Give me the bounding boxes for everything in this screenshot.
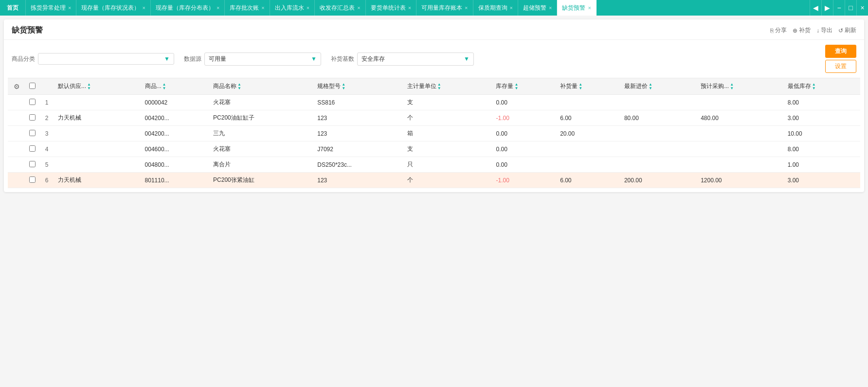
row-itemcode-5: 801110...: [141, 173, 209, 188]
query-button[interactable]: 查询: [825, 45, 856, 58]
refresh-button[interactable]: ↺ 刷新: [838, 26, 856, 35]
row-supplier-4: [54, 157, 141, 173]
replenish-button[interactable]: ⊕ 补货: [793, 26, 811, 35]
close-tab-order-stats[interactable]: ×: [408, 5, 411, 11]
row-select-5[interactable]: [29, 176, 36, 183]
tab-available-ledger[interactable]: 可用量库存账本 ×: [416, 0, 473, 16]
tab-inventory-dist[interactable]: 现存量（库存分布表） ×: [151, 0, 225, 16]
row-checkbox-1[interactable]: [25, 110, 39, 126]
row-select-4[interactable]: [29, 161, 36, 167]
row-latestprice-1: 80.00: [620, 110, 697, 126]
row-checkbox-2[interactable]: [25, 126, 39, 141]
tab-batch-account[interactable]: 库存批次账 ×: [225, 0, 270, 16]
datasource-dropdown-icon: ▼: [311, 55, 317, 62]
col-replenishqty-header[interactable]: 补货量 ▲▼: [556, 78, 620, 95]
row-itemname-0: 火花塞: [209, 95, 313, 110]
row-latestprice-0: [620, 95, 697, 110]
tab-shortage[interactable]: 缺货预警 ×: [557, 0, 596, 16]
close-tab-receipt-summary[interactable]: ×: [357, 5, 360, 11]
row-latestprice-3: [620, 141, 697, 157]
row-unit-0: 支: [403, 95, 492, 110]
col-rownum-header: [39, 78, 54, 95]
tab-scroll-right[interactable]: ▶: [821, 0, 833, 16]
row-num-5: 6: [39, 173, 54, 188]
row-gear-2: [8, 126, 25, 141]
row-checkbox-4[interactable]: [25, 157, 39, 173]
close-tab-expiry-query[interactable]: ×: [510, 5, 513, 11]
table-body: 1 0000042 火花塞 SS816 支 0.00 8.00 2 力天机械 0…: [8, 95, 860, 188]
category-select[interactable]: ▼: [38, 53, 174, 65]
col-estpurchase-header[interactable]: 预计采购... ▲▼: [697, 78, 784, 95]
row-itemname-4: 离合片: [209, 157, 313, 173]
row-spec-4: DS250*23c...: [313, 157, 403, 173]
tab-expiry-query[interactable]: 保质期查询 ×: [473, 0, 518, 16]
tab-close-window[interactable]: ×: [856, 0, 868, 16]
col-itemcode-header[interactable]: 商品... ▲▼: [141, 78, 209, 95]
row-checkbox-5[interactable]: [25, 173, 39, 188]
tab-order-stats[interactable]: 要货单统计表 ×: [366, 0, 416, 16]
row-unit-1: 个: [403, 110, 492, 126]
close-tab-batch-account[interactable]: ×: [261, 5, 264, 11]
close-tab-overstock[interactable]: ×: [549, 5, 552, 11]
share-button[interactable]: ⎘ 分享: [770, 26, 787, 35]
row-checkbox-3[interactable]: [25, 141, 39, 157]
tab-overstock[interactable]: 超储预警 ×: [518, 0, 557, 16]
row-select-1[interactable]: [29, 114, 36, 121]
col-minstock-header[interactable]: 最低库存 ▲▼: [784, 78, 860, 95]
col-stockqty-header[interactable]: 库存量 ▲▼: [492, 78, 556, 95]
col-latestprice-header[interactable]: 最新进价 ▲▼: [620, 78, 697, 95]
page-header: 缺货预警 ⎘ 分享 ⊕ 补货 ↓ 导出 ↺ 刷新: [4, 19, 864, 40]
close-tab-exception[interactable]: ×: [68, 5, 71, 11]
settings-button[interactable]: 设置: [825, 60, 856, 73]
close-tab-inventory-dist[interactable]: ×: [217, 5, 219, 11]
close-tab-shortage[interactable]: ×: [588, 5, 591, 11]
tab-scroll-left[interactable]: ◀: [810, 0, 821, 16]
table-wrapper: ⚙ 默认供应... ▲▼ 商品...: [4, 78, 864, 192]
row-num-0: 1: [39, 95, 54, 110]
tab-home[interactable]: 首页: [0, 0, 26, 16]
tab-maximize[interactable]: □: [845, 0, 856, 16]
row-replenishqty-1: 6.00: [556, 110, 620, 126]
datasource-value: 可用量: [209, 55, 226, 63]
col-itemname-header[interactable]: 商品名称 ▲▼: [209, 78, 313, 95]
row-estpurchase-1: 480.00: [697, 110, 784, 126]
export-button[interactable]: ↓ 导出: [816, 26, 832, 35]
row-gear-0: [8, 95, 25, 110]
table-row: 5 004800... 离合片 DS250*23c... 只 0.00 1.00: [8, 157, 860, 173]
tab-inventory-status[interactable]: 现存量（库存状况表） ×: [76, 0, 150, 16]
row-select-3[interactable]: [29, 145, 36, 152]
datasource-select[interactable]: 可用量 ▼: [204, 53, 321, 66]
col-unit-header[interactable]: 主计量单位 ▲▼: [403, 78, 492, 95]
tab-minimize[interactable]: −: [833, 0, 845, 16]
row-supplier-0: [54, 95, 141, 110]
row-unit-2: 箱: [403, 126, 492, 141]
row-itemcode-0: 0000042: [141, 95, 209, 110]
tab-exception[interactable]: 拣货异常处理 ×: [26, 0, 76, 16]
row-latestprice-2: [620, 126, 697, 141]
close-tab-inout-flow[interactable]: ×: [307, 5, 309, 11]
row-select-2[interactable]: [29, 130, 36, 136]
table-row: 2 力天机械 004200... PC200油缸缸子 123 个 -1.00 6…: [8, 110, 860, 126]
row-checkbox-0[interactable]: [25, 95, 39, 110]
row-gear-3: [8, 141, 25, 157]
row-num-2: 3: [39, 126, 54, 141]
row-supplier-5: 力天机械: [54, 173, 141, 188]
row-minstock-1: 3.00: [784, 110, 860, 126]
column-settings-icon[interactable]: ⚙: [14, 83, 20, 90]
replenish-base-select[interactable]: 安全库存 ▼: [357, 53, 474, 66]
close-tab-available-ledger[interactable]: ×: [465, 5, 468, 11]
col-spec-header[interactable]: 规格型号 ▲▼: [313, 78, 403, 95]
tab-receipt-summary[interactable]: 收发存汇总表 ×: [315, 0, 365, 16]
col-supplier-header[interactable]: 默认供应... ▲▼: [54, 78, 141, 95]
select-all-checkbox[interactable]: [29, 83, 36, 89]
tab-inout-flow[interactable]: 出入库流水 ×: [270, 0, 315, 16]
tab-bar: 首页 拣货异常处理 × 现存量（库存状况表） × 现存量（库存分布表） × 库存…: [0, 0, 868, 16]
close-tab-inventory-status[interactable]: ×: [142, 5, 145, 11]
row-select-0[interactable]: [29, 99, 36, 105]
row-stockqty-1: -1.00: [492, 110, 556, 126]
row-spec-1: 123: [313, 110, 403, 126]
replenish-base-filter-group: 补货基数 安全库存 ▼: [331, 53, 474, 66]
replenish-base-value: 安全库存: [362, 55, 385, 63]
row-unit-3: 支: [403, 141, 492, 157]
export-icon: ↓: [816, 27, 819, 34]
